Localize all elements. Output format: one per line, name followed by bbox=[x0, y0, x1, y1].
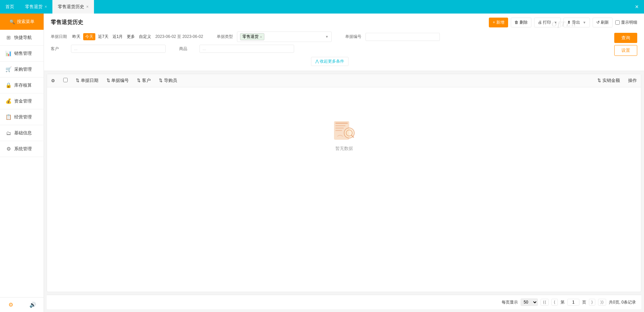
settings-icon[interactable]: ⚙ bbox=[51, 78, 55, 83]
export-button[interactable]: ⬆ 导出 ▼ bbox=[564, 18, 590, 27]
tab-home[interactable]: 首页 bbox=[0, 0, 20, 14]
th-guide[interactable]: ⇅ 导购员 bbox=[155, 74, 181, 87]
select-all-checkbox[interactable] bbox=[63, 78, 68, 82]
sidebar-audio-button[interactable]: 🔊 bbox=[22, 297, 44, 312]
window-close-button[interactable]: × bbox=[629, 3, 644, 10]
tab-retail-return-close[interactable]: × bbox=[45, 4, 47, 9]
inventory-icon: 🔒 bbox=[5, 82, 11, 88]
sales-icon: 📊 bbox=[5, 50, 11, 57]
sidebar-item-finance[interactable]: 💰 资金管理 bbox=[0, 93, 44, 109]
next-page-button[interactable]: ⟩ bbox=[589, 299, 595, 306]
search-icon: 🔍 bbox=[9, 19, 15, 24]
sidebar-item-operations[interactable]: 📋 经营管理 bbox=[0, 109, 44, 125]
tab-retail-return[interactable]: 零售退货 × bbox=[20, 0, 52, 14]
delete-button[interactable]: 🗑 删除 bbox=[511, 18, 531, 27]
tab-retail-return-history-close[interactable]: × bbox=[86, 4, 89, 9]
display-detail-check[interactable]: 显示明细 bbox=[615, 20, 637, 25]
customer-input[interactable]: ... bbox=[71, 45, 166, 53]
sidebar-item-purchase[interactable]: 🛒 采购管理 bbox=[0, 62, 44, 77]
date-shortcuts: 昨天 今天 近7天 近1月 更多 自定义 bbox=[71, 33, 152, 40]
voucher-no-label: 单据编号 bbox=[345, 34, 365, 40]
customer-label: 客户 bbox=[51, 46, 71, 52]
content-area: 零售退货历史 + 新增 🗑 删除 🖨 打印 ▼ ⬆ 导出 ▼ ↺ 刷新 bbox=[44, 14, 644, 312]
sidebar-item-quick-nav[interactable]: ⊞ 快捷导航 bbox=[0, 30, 44, 46]
goods-label: 商品 bbox=[179, 46, 199, 52]
sidebar-settings-button[interactable]: ⚙ bbox=[0, 297, 22, 312]
th-customer[interactable]: ⇅ 客户 bbox=[133, 74, 155, 87]
date-7days[interactable]: 近7天 bbox=[97, 33, 110, 40]
table-container: ⚙ ⇅ 单据日期 ⇅ 单据编号 bbox=[47, 74, 641, 292]
quick-nav-icon: ⊞ bbox=[5, 35, 11, 41]
total-text: 共0页, 0条记录 bbox=[609, 299, 636, 305]
system-icon: ⚙ bbox=[5, 146, 11, 152]
empty-state: 暂无数据 bbox=[47, 87, 641, 179]
date-more[interactable]: 更多 bbox=[125, 33, 136, 40]
th-settings[interactable]: ⚙ bbox=[47, 74, 59, 87]
page-title: 零售退货历史 bbox=[51, 19, 83, 26]
page-header: 零售退货历史 + 新增 🗑 删除 🖨 打印 ▼ ⬆ 导出 ▼ ↺ 刷新 bbox=[44, 14, 644, 71]
collapse-filters-button[interactable]: ⋀ 收起更多条件 bbox=[311, 57, 349, 66]
tab-retail-return-history[interactable]: 零售退货历史 × bbox=[52, 0, 94, 14]
filter-action-buttons: 查询 设置 bbox=[614, 31, 637, 57]
page-label: 第 bbox=[560, 299, 565, 305]
last-page-button[interactable]: ⟩⟩ bbox=[598, 299, 606, 306]
svg-rect-4 bbox=[335, 130, 342, 131]
basic-info-icon: 🗂 bbox=[5, 130, 11, 136]
svg-rect-2 bbox=[335, 125, 345, 126]
export-dropdown-icon: ▼ bbox=[583, 21, 586, 24]
query-button[interactable]: 查询 bbox=[614, 33, 637, 43]
data-table: ⚙ ⇅ 单据日期 ⇅ 单据编号 bbox=[47, 74, 641, 87]
pagination: 每页显示 50 100 200 ⟨⟨ ⟨ 第 页 ⟩ ⟩⟩ 共0页, 0条记录 bbox=[47, 295, 641, 309]
empty-text: 暂无数据 bbox=[335, 146, 353, 152]
add-button[interactable]: + 新增 bbox=[489, 18, 508, 27]
voucher-type-tag-close[interactable]: × bbox=[260, 35, 262, 39]
voucher-type-tag: 零售退货 × bbox=[240, 33, 264, 40]
top-bar: 首页 零售退货 × 零售退货历史 × × bbox=[0, 0, 644, 14]
date-range-text: 2023-06-02 至 2023-06-02 bbox=[155, 34, 203, 40]
voucher-type-dropdown-icon: ▼ bbox=[325, 35, 329, 39]
per-page-select[interactable]: 50 100 200 bbox=[521, 298, 538, 306]
th-checkbox[interactable] bbox=[59, 74, 72, 87]
sidebar-item-sales[interactable]: 📊 销售管理 bbox=[0, 46, 44, 62]
refresh-button[interactable]: ↺ 刷新 bbox=[593, 18, 613, 27]
filter-area: 单据日期 昨天 今天 近7天 近1月 更多 自定义 2023-06-02 至 2… bbox=[51, 31, 637, 71]
print-dropdown-icon: ▼ bbox=[554, 21, 557, 24]
th-spacer bbox=[181, 74, 594, 87]
operations-icon: 📋 bbox=[5, 114, 11, 120]
purchase-icon: 🛒 bbox=[5, 66, 11, 72]
voucher-type-select[interactable]: 零售退货 × ▼ bbox=[237, 31, 332, 42]
sidebar-bottom: ⚙ 🔊 bbox=[0, 297, 44, 312]
date-1month[interactable]: 近1月 bbox=[111, 33, 124, 40]
sidebar-search[interactable]: 🔍 搜索菜单 bbox=[0, 14, 44, 30]
th-voucher-no[interactable]: ⇅ 单据编号 bbox=[102, 74, 133, 87]
display-detail-checkbox[interactable] bbox=[615, 20, 620, 25]
date-today[interactable]: 今天 bbox=[83, 33, 95, 40]
sidebar: 🔍 搜索菜单 ⊞ 快捷导航 📊 销售管理 🛒 采购管理 🔒 库存核算 💰 资金管… bbox=[0, 14, 44, 312]
voucher-type-label: 单据类型 bbox=[217, 34, 237, 40]
per-page-label: 每页显示 bbox=[502, 299, 518, 305]
svg-rect-3 bbox=[335, 128, 344, 129]
sidebar-item-basic-info[interactable]: 🗂 基础信息 bbox=[0, 125, 44, 141]
voucher-date-label: 单据日期 bbox=[51, 34, 71, 40]
th-operation: 操作 bbox=[624, 74, 641, 87]
svg-rect-1 bbox=[335, 122, 348, 124]
print-button[interactable]: 🖨 打印 ▼ bbox=[534, 18, 561, 27]
sidebar-item-system[interactable]: ⚙ 系统管理 bbox=[0, 141, 44, 157]
finance-icon: 💰 bbox=[5, 98, 11, 104]
voucher-no-input[interactable] bbox=[365, 33, 440, 41]
page-unit: 页 bbox=[582, 299, 586, 305]
filter-settings-button[interactable]: 设置 bbox=[614, 45, 637, 56]
empty-icon bbox=[331, 114, 358, 141]
date-yesterday[interactable]: 昨天 bbox=[71, 33, 82, 40]
sidebar-item-inventory[interactable]: 🔒 库存核算 bbox=[0, 77, 44, 93]
toolbar: + 新增 🗑 删除 🖨 打印 ▼ ⬆ 导出 ▼ ↺ 刷新 显示明细 bbox=[489, 18, 637, 27]
th-actual-amount[interactable]: ⇅ 实销金额 bbox=[593, 74, 624, 87]
goods-input[interactable]: ... bbox=[199, 45, 294, 53]
first-page-button[interactable]: ⟨⟨ bbox=[541, 299, 549, 306]
date-custom[interactable]: 自定义 bbox=[138, 33, 152, 40]
page-input[interactable] bbox=[567, 299, 579, 306]
th-voucher-date[interactable]: ⇅ 单据日期 bbox=[72, 74, 102, 87]
prev-page-button[interactable]: ⟨ bbox=[551, 299, 558, 306]
